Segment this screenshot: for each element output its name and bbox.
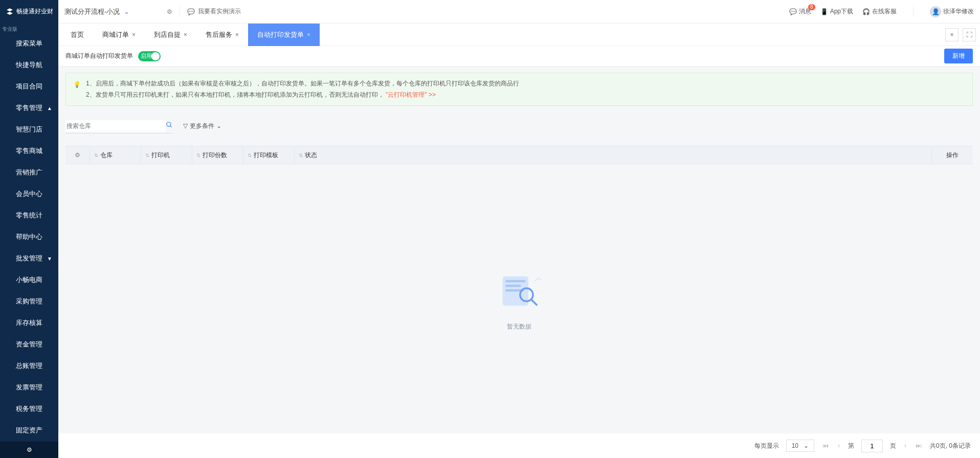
user-menu[interactable]: 👤 徐泽华修改 [930,6,974,17]
online-support-button[interactable]: 🎧 在线客服 [862,7,897,16]
cloud-printer-link[interactable]: "云打印机管理" >> [386,91,436,98]
next-page-button[interactable]: › [903,442,907,449]
topbar: 测试分开流程-小况 ⌄ ⚙ 💬 我要看实例演示 💬 消息 8 📱 App下载 [58,0,980,24]
sidebar-item-project-contract[interactable]: 项目合同 [0,76,58,97]
page-number-input[interactable] [861,440,883,452]
prev-page-button[interactable]: ‹ [837,442,841,449]
avatar-icon: 👤 [930,6,941,17]
demo-link[interactable]: 💬 我要看实例演示 [187,7,241,16]
separator [913,7,914,17]
messages-button[interactable]: 💬 消息 8 [789,7,811,16]
gear-icon: ⚙ [27,446,32,453]
pagination: 每页显示 10 ⌄ ⏮ ‹ 第 页 › ⏭ 共0页, 0条记录 [58,433,980,458]
svg-line-7 [531,299,537,305]
brand-icon [5,7,14,16]
sidebar-item-funds[interactable]: 资金管理 [0,334,58,355]
sort-icon: ⇅ [196,152,201,158]
gear-icon: ⚙ [75,151,80,159]
sort-icon: ⇅ [248,152,252,158]
gear-icon[interactable]: ⚙ [167,8,172,15]
close-icon: × [950,31,953,38]
sidebar-settings[interactable]: ⚙ [0,442,58,458]
tab-auto-print[interactable]: 自动打印发货单× [248,24,320,46]
brand-name: 畅捷通好业财 [16,8,53,15]
page-suffix: 页 [890,442,896,450]
sidebar-sub-member[interactable]: 会员中心 [0,183,58,205]
sidebar-item-quick-nav[interactable]: 快捷导航 [0,54,58,76]
app-download-button[interactable]: 📱 App下载 [820,7,853,16]
close-icon[interactable]: × [132,31,136,38]
sort-icon: ⇅ [94,152,98,158]
tip-line-1: 1、启用后，商城下单付款成功后（如果有审核是在审核之后），自动打印发货单。如果一… [86,78,519,90]
svg-point-0 [167,122,171,126]
mobile-icon: 📱 [820,8,828,15]
tab-bar: 首页 商城订单× 到店自提× 售后服务× 自动打印发货单× × ⛶ [58,24,980,46]
sidebar-sub-retail-mall[interactable]: 零售商城 [0,140,58,162]
tab-mall-order[interactable]: 商城订单× [93,24,145,46]
per-page-label: 每页显示 [754,442,779,450]
close-icon[interactable]: × [184,31,187,38]
filter-icon: ▽ [183,122,188,129]
sidebar-sub-smart-store[interactable]: 智慧门店 [0,119,58,140]
col-copies[interactable]: ⇅打印份数 [192,146,243,164]
tab-aftersales[interactable]: 售后服务× [196,24,248,46]
col-template[interactable]: ⇅打印模板 [243,146,295,164]
expand-icon: ⛶ [966,31,972,38]
page-toolbar: 商城订单自动打印发货单 启用 新增 [58,46,980,67]
more-conditions-button[interactable]: ▽ 更多条件 ⌄ [183,122,221,130]
separator [180,7,180,17]
sidebar-item-invoice[interactable]: 发票管理 [0,377,58,398]
sidebar-item-assets[interactable]: 固定资产 [0,420,58,441]
tip-line-2: 2、发货单只可用云打印机来打，如果只有本地打印机，须将本地打印机添加为云打印机，… [86,90,519,101]
fullscreen-button[interactable]: ⛶ [963,28,976,41]
first-page-button[interactable]: ⏮ [821,442,830,449]
close-all-tabs-button[interactable]: × [945,28,959,41]
org-name: 测试分开流程-小况 [64,7,120,16]
last-page-button[interactable]: ⏭ [915,442,923,449]
sidebar-sub-retail-stats[interactable]: 零售统计 [0,205,58,226]
chat-icon: 💬 [187,8,195,15]
data-table: ⚙ ⇅仓库 ⇅打印机 ⇅打印份数 ⇅打印模板 ⇅状态 操作 [65,146,973,433]
main-area: 测试分开流程-小况 ⌄ ⚙ 💬 我要看实例演示 💬 消息 8 📱 App下载 [58,0,980,458]
sidebar-item-search-menu[interactable]: 搜索菜单 [0,33,58,54]
sidebar-nav: 搜索菜单 快捷导航 项目合同 零售管理 ▲ 智慧门店 零售商城 营销推广 会员中… [0,33,58,442]
bulb-icon: 💡 [73,79,81,100]
col-status[interactable]: ⇅状态 [295,146,932,164]
col-warehouse[interactable]: ⇅仓库 [90,146,141,164]
message-badge: 8 [808,4,815,10]
col-printer[interactable]: ⇅打印机 [141,146,192,164]
empty-icon [491,267,547,313]
column-settings-button[interactable]: ⚙ [65,146,90,164]
content-area: 💡 1、启用后，商城下单付款成功后（如果有审核是在审核之后），自动打印发货单。如… [58,67,980,433]
sidebar-item-ledger[interactable]: 总账管理 [0,355,58,377]
enable-toggle[interactable]: 启用 [138,51,161,61]
sidebar-item-tax[interactable]: 税务管理 [0,398,58,420]
empty-state: 暂无数据 [65,164,973,433]
page-prefix: 第 [848,442,854,450]
close-icon[interactable]: × [307,31,310,38]
per-page-select[interactable]: 10 ⌄ [786,440,814,452]
search-icon[interactable] [166,121,173,130]
chevron-down-icon: ⌄ [124,8,129,15]
pagination-summary: 共0页, 0条记录 [930,442,971,450]
sidebar-item-purchase[interactable]: 采购管理 [0,291,58,312]
sidebar-item-inventory[interactable]: 库存核算 [0,312,58,334]
sidebar-item-retail-mgmt[interactable]: 零售管理 ▲ [0,97,58,119]
close-icon[interactable]: × [235,31,239,38]
warehouse-search-input[interactable] [65,120,166,132]
headset-icon: 🎧 [862,8,870,15]
new-button[interactable]: 新增 [944,49,973,63]
sidebar-item-wholesale[interactable]: 批发管理 ▼ [0,248,58,269]
sidebar-item-ecommerce[interactable]: 小畅电商 [0,269,58,291]
tip-banner: 💡 1、启用后，商城下单付款成功后（如果有审核是在审核之后），自动打印发货单。如… [65,73,973,106]
empty-text: 暂无数据 [507,322,531,331]
sidebar-item-salary[interactable]: 工资 [0,441,58,442]
tab-home[interactable]: 首页 [61,24,93,46]
sidebar-sub-help[interactable]: 帮助中心 [0,226,58,248]
brand-logo: 畅捷通好业财 [0,0,58,24]
message-icon: 💬 [789,8,797,15]
toggle-knob [151,52,160,60]
sidebar-sub-marketing[interactable]: 营销推广 [0,162,58,183]
org-selector[interactable]: 测试分开流程-小况 ⌄ [64,7,167,16]
tab-pickup[interactable]: 到店自提× [145,24,196,46]
